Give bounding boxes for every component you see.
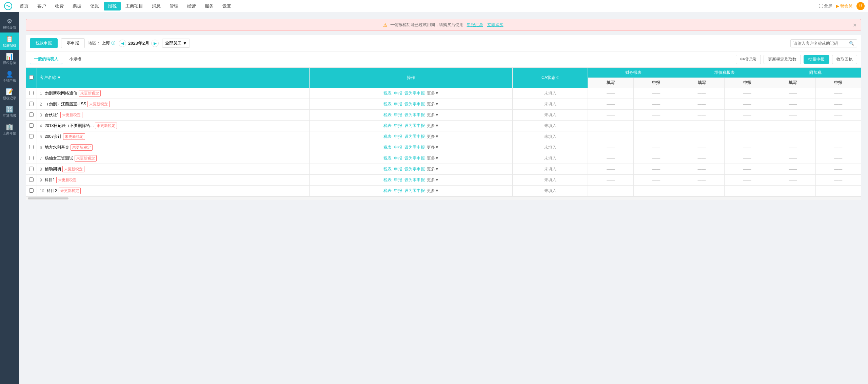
date-prev-button[interactable]: ◀ bbox=[119, 40, 126, 47]
staff-label: 全部员工 bbox=[165, 40, 181, 46]
declare-link[interactable]: 申报 bbox=[394, 123, 402, 128]
row-checkbox[interactable] bbox=[29, 102, 34, 106]
set-zero-link[interactable]: 设为零申报 bbox=[405, 145, 425, 150]
row-checkbox[interactable] bbox=[29, 156, 34, 160]
sidebar-item-personal-tax[interactable]: 👤 个税申报 bbox=[0, 68, 19, 85]
select-all-checkbox[interactable] bbox=[29, 75, 34, 80]
more-actions[interactable]: 更多▼ bbox=[427, 91, 439, 95]
nav-operation[interactable]: 经营 bbox=[183, 2, 200, 10]
declare-link[interactable]: 申报 bbox=[394, 112, 402, 117]
sidebar-item-settlement[interactable]: 🔢 汇算清缴 bbox=[0, 103, 19, 121]
upgrade-button[interactable]: ▶ 畅会员 bbox=[836, 3, 852, 9]
nav-home[interactable]: 首页 bbox=[16, 2, 33, 10]
user-avatar[interactable]: U bbox=[856, 2, 865, 10]
nav-invoice[interactable]: 票据 bbox=[68, 2, 85, 10]
tax-tag: 未更新税定 bbox=[60, 112, 82, 118]
sidebar-item-tax-settings[interactable]: ⚙ 报税设置 bbox=[0, 15, 19, 33]
tax-form-link[interactable]: 税表 bbox=[383, 156, 392, 161]
declare-link[interactable]: 申报 bbox=[394, 177, 402, 182]
nav-management[interactable]: 管理 bbox=[165, 2, 182, 10]
nav-tax[interactable]: 报税 bbox=[104, 2, 121, 10]
more-actions[interactable]: 更多▼ bbox=[427, 112, 439, 117]
tax-form-link[interactable]: 税表 bbox=[383, 177, 392, 182]
nav-accounting[interactable]: 记账 bbox=[86, 2, 103, 10]
sidebar-item-tax-record[interactable]: 📝 报税记录 bbox=[0, 85, 19, 103]
tab-general-taxpayer[interactable]: 一般的纳税人 bbox=[30, 55, 62, 64]
sidebar-item-batch-tax[interactable]: 📋 批量报税 bbox=[0, 33, 19, 50]
summary-link[interactable]: 申报汇总 bbox=[467, 22, 483, 28]
row-checkbox[interactable] bbox=[29, 134, 34, 138]
finance-fill-cell: —— bbox=[588, 186, 633, 196]
more-actions[interactable]: 更多▼ bbox=[427, 102, 439, 106]
announcement-close-button[interactable]: ✕ bbox=[853, 22, 857, 28]
row-checkbox[interactable] bbox=[29, 145, 34, 149]
tax-form-link[interactable]: 税表 bbox=[383, 145, 392, 150]
purchase-link[interactable]: 立即购买 bbox=[487, 22, 504, 28]
tax-form-link[interactable]: 税表 bbox=[383, 134, 392, 139]
tax-form-link[interactable]: 税表 bbox=[383, 123, 392, 128]
declare-link[interactable]: 申报 bbox=[394, 188, 402, 193]
table-row: 6 地方水利基金 未更新税定 税表 申报 设为零申报 更多▼ 未填入 —— ——… bbox=[26, 142, 861, 153]
horizontal-scrollbar[interactable] bbox=[26, 196, 861, 200]
collect-receipt-button[interactable]: 收取回执 bbox=[832, 55, 857, 64]
declare-link[interactable]: 申报 bbox=[394, 167, 402, 171]
set-zero-link[interactable]: 设为零申报 bbox=[405, 134, 425, 139]
tab-zero-declaration[interactable]: 零申报 bbox=[61, 38, 85, 48]
nav-message[interactable]: 消息 bbox=[148, 2, 165, 10]
declaration-record-button[interactable]: 申报记录 bbox=[736, 55, 761, 64]
tax-form-link[interactable]: 税表 bbox=[383, 91, 392, 95]
tab-small-scale[interactable]: 小规模 bbox=[65, 55, 85, 64]
row-checkbox[interactable] bbox=[29, 177, 34, 182]
set-zero-link[interactable]: 设为零申报 bbox=[405, 177, 425, 182]
more-actions[interactable]: 更多▼ bbox=[427, 123, 439, 128]
sidebar-item-tax-overview[interactable]: 📊 报税总览 bbox=[0, 50, 19, 68]
staff-selector[interactable]: 全部员工 ▼ bbox=[162, 39, 190, 48]
more-actions[interactable]: 更多▼ bbox=[427, 134, 439, 139]
tax-form-link[interactable]: 税表 bbox=[383, 167, 392, 171]
set-zero-link[interactable]: 设为零申报 bbox=[405, 123, 425, 128]
nav-business[interactable]: 工商项目 bbox=[121, 2, 147, 10]
finance-fill-cell: —— bbox=[588, 110, 633, 121]
date-next-button[interactable]: ▶ bbox=[151, 40, 159, 47]
set-zero-link[interactable]: 设为零申报 bbox=[405, 156, 425, 161]
tax-form-link[interactable]: 税表 bbox=[383, 112, 392, 117]
set-zero-link[interactable]: 设为零申报 bbox=[405, 91, 425, 95]
tax-form-link[interactable]: 税表 bbox=[383, 188, 392, 193]
sidebar-item-annual-report[interactable]: 🏢 工商年报 bbox=[0, 121, 19, 138]
nav-service[interactable]: 服务 bbox=[201, 2, 218, 10]
ca-status-cell: 未填入 bbox=[512, 99, 588, 110]
nav-customer[interactable]: 客户 bbox=[33, 2, 50, 10]
row-checkbox[interactable] bbox=[29, 188, 34, 193]
batch-declare-button[interactable]: 批量申报 bbox=[804, 55, 829, 64]
declare-link[interactable]: 申报 bbox=[394, 91, 402, 95]
more-actions[interactable]: 更多▼ bbox=[427, 177, 439, 182]
nav-settings[interactable]: 设置 bbox=[218, 2, 235, 10]
declare-link[interactable]: 申报 bbox=[394, 156, 402, 161]
set-zero-link[interactable]: 设为零申报 bbox=[405, 167, 425, 171]
set-zero-link[interactable]: 设为零申报 bbox=[405, 112, 425, 117]
row-checkbox[interactable] bbox=[29, 91, 34, 95]
search-icon[interactable]: 🔍 bbox=[849, 41, 854, 46]
set-zero-link[interactable]: 设为零申报 bbox=[405, 102, 425, 106]
search-input[interactable] bbox=[793, 41, 848, 46]
declare-link[interactable]: 申报 bbox=[394, 102, 402, 106]
fullscreen-button[interactable]: ⛶ 全屏 bbox=[819, 3, 832, 9]
vat-header: 附加税 bbox=[770, 68, 861, 78]
tax-form-link[interactable]: 税表 bbox=[383, 102, 392, 106]
nav-billing[interactable]: 收费 bbox=[51, 2, 68, 10]
more-actions[interactable]: 更多▼ bbox=[427, 145, 439, 150]
vat-apply-cell: —— bbox=[815, 88, 861, 99]
declare-link[interactable]: 申报 bbox=[394, 145, 402, 150]
more-actions[interactable]: 更多▼ bbox=[427, 188, 439, 193]
scroll-thumb[interactable] bbox=[28, 197, 68, 199]
more-actions[interactable]: 更多▼ bbox=[427, 167, 439, 171]
row-checkbox[interactable] bbox=[29, 167, 34, 171]
update-tax-settings-button[interactable]: 更新税定及取数 bbox=[764, 55, 801, 64]
row-checkbox[interactable] bbox=[29, 112, 34, 117]
more-actions[interactable]: 更多▼ bbox=[427, 156, 439, 161]
set-zero-link[interactable]: 设为零申报 bbox=[405, 188, 425, 193]
tab-tax-declaration[interactable]: 税款申报 bbox=[30, 38, 58, 48]
declare-link[interactable]: 申报 bbox=[394, 134, 402, 139]
row-checkbox[interactable] bbox=[29, 123, 34, 128]
info-icon[interactable]: ⓘ bbox=[111, 40, 115, 46]
